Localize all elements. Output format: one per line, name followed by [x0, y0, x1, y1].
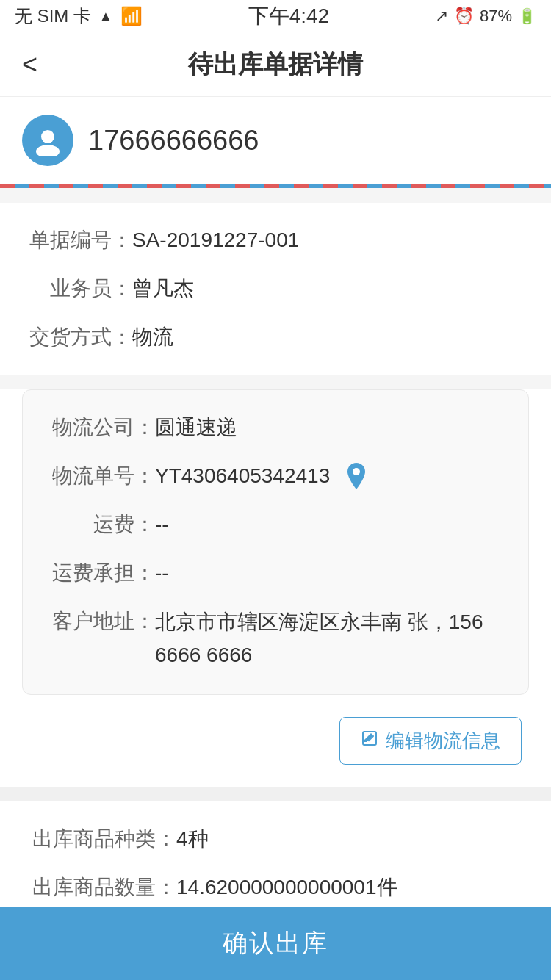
status-right: ↗ ⏰ 87% 🔋	[435, 7, 536, 26]
freight-bear-row: 运费承担： --	[52, 558, 499, 588]
svg-point-2	[353, 468, 360, 475]
document-number-row: 单据编号： SA-20191227-001	[29, 225, 522, 256]
tracking-number: YT4306405342413	[155, 461, 330, 491]
status-time: 下午4:42	[248, 2, 330, 30]
product-types-label: 出库商品种类：	[29, 824, 176, 854]
product-types-row: 出库商品种类： 4种	[29, 824, 522, 854]
tracking-number-row: 物流单号： YT4306405342413	[52, 461, 499, 491]
avatar	[22, 115, 73, 166]
location-pin-icon[interactable]	[342, 461, 371, 491]
dashed-separator	[0, 184, 551, 188]
page-title: 待出库单据详情	[188, 48, 363, 82]
bottom-bar: 确认出库	[0, 907, 551, 980]
logistics-card: 物流公司： 圆通速递 物流单号： YT4306405342413 运费：	[22, 389, 529, 695]
customer-phone: 17666666666	[88, 125, 259, 156]
tracking-value-container: YT4306405342413	[155, 461, 371, 491]
nav-bar: < 待出库单据详情	[0, 32, 551, 97]
freight-bear-label: 运费承担：	[52, 558, 155, 588]
edit-logistics-label: 编辑物流信息	[386, 728, 500, 754]
tracking-label: 物流单号：	[52, 461, 155, 491]
salesman-row: 业务员： 曾凡杰	[29, 273, 522, 304]
wifi-bars: 📶	[120, 6, 143, 26]
product-quantity-row: 出库商品数量： 14.620000000000001件	[29, 872, 522, 903]
wifi-icon: ▲	[98, 8, 113, 25]
confirm-button[interactable]: 确认出库	[0, 907, 551, 980]
product-quantity-label: 出库商品数量：	[29, 872, 176, 903]
carrier-label: 无 SIM 卡	[15, 4, 91, 28]
logistics-company-row: 物流公司： 圆通速递	[52, 412, 499, 443]
svg-point-1	[36, 145, 60, 156]
freight-value: --	[155, 509, 499, 540]
address-label: 客户地址：	[52, 606, 155, 637]
customer-header: 17666666666	[0, 97, 551, 184]
location-icon: ↗	[435, 7, 448, 26]
edit-btn-row: 编辑物流信息	[0, 702, 551, 787]
address-value: 北京市市辖区海淀区永丰南 张，156 6666 6666	[155, 606, 499, 672]
freight-label: 运费：	[52, 509, 155, 540]
edit-logistics-icon	[361, 729, 378, 752]
status-left: 无 SIM 卡 ▲ 📶	[15, 4, 143, 28]
product-types-value: 4种	[176, 824, 522, 854]
salesman-value: 曾凡杰	[132, 273, 522, 304]
back-button[interactable]: <	[22, 49, 37, 80]
status-bar: 无 SIM 卡 ▲ 📶 下午4:42 ↗ ⏰ 87% 🔋	[0, 0, 551, 32]
logistics-company-label: 物流公司：	[52, 412, 155, 443]
freight-row: 运费： --	[52, 509, 499, 540]
battery-label: 87%	[480, 7, 512, 26]
delivery-row: 交货方式： 物流	[29, 322, 522, 353]
delivery-value: 物流	[132, 322, 522, 353]
delivery-label: 交货方式：	[29, 322, 132, 353]
edit-logistics-button[interactable]: 编辑物流信息	[339, 717, 522, 765]
document-label: 单据编号：	[29, 225, 132, 256]
section-separator	[0, 787, 551, 801]
svg-point-0	[41, 130, 54, 143]
alarm-icon: ⏰	[454, 7, 474, 26]
document-value: SA-20191227-001	[132, 225, 522, 256]
product-quantity-value: 14.620000000000001件	[176, 872, 522, 903]
basic-info-section: 单据编号： SA-20191227-001 业务员： 曾凡杰 交货方式： 物流	[0, 203, 551, 375]
salesman-label: 业务员：	[29, 273, 132, 304]
freight-bear-value: --	[155, 558, 499, 588]
logistics-company-value: 圆通速递	[155, 412, 499, 443]
battery-icon: 🔋	[518, 7, 536, 25]
address-row: 客户地址： 北京市市辖区海淀区永丰南 张，156 6666 6666	[52, 606, 499, 672]
